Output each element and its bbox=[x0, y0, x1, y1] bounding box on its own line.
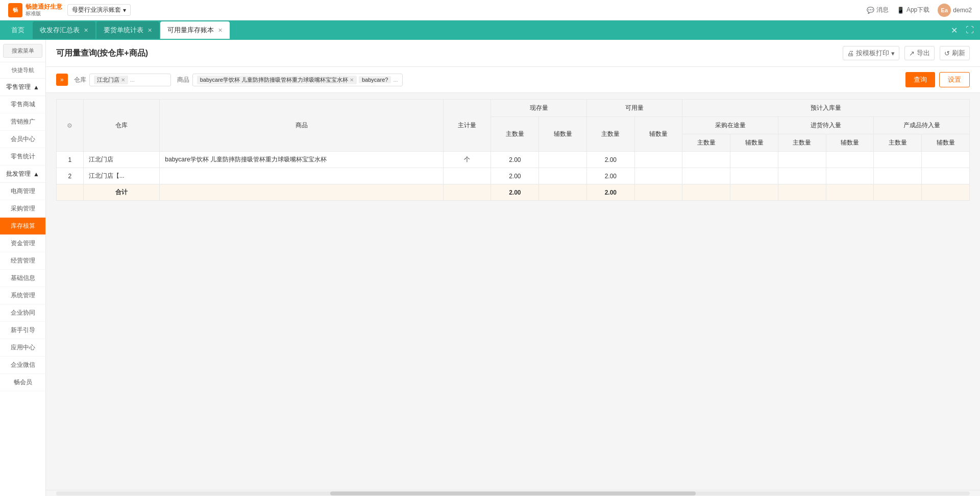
refresh-btn[interactable]: ↺ 刷新 bbox=[940, 46, 970, 60]
message-icon: 💬 bbox=[867, 7, 874, 14]
table-footer bbox=[46, 490, 980, 496]
sidebar-item-inventory[interactable]: 库存核算 bbox=[0, 218, 45, 235]
app-download-btn[interactable]: 📱 App下载 bbox=[897, 6, 929, 14]
settings-icon[interactable]: ⚙ bbox=[67, 122, 72, 129]
warehouse-more: ... bbox=[130, 77, 135, 83]
tab-order-stats[interactable]: 要货单统计表 ✕ bbox=[96, 21, 159, 39]
sidebar-item-retail-stats[interactable]: 零售统计 bbox=[0, 148, 45, 166]
filter-actions: 查询 设置 bbox=[905, 72, 970, 87]
fullscreen-icon[interactable]: ⛶ bbox=[964, 23, 976, 37]
tag-close-icon[interactable]: ✕ bbox=[350, 77, 354, 83]
sidebar-item-membership[interactable]: 畅会员 bbox=[0, 374, 45, 391]
filter-expand-btn[interactable]: » bbox=[56, 74, 68, 86]
th-avail-main: 主数量 bbox=[586, 117, 634, 152]
th-stock-aux: 辅数量 bbox=[539, 117, 587, 152]
th-product: 商品 bbox=[160, 100, 443, 152]
filter-bar: » 仓库 江北门店 ✕ ... 商品 babycare学饮杯 儿童防摔防撞吸管杯… bbox=[46, 67, 980, 93]
th-warehouse: 仓库 bbox=[83, 100, 160, 152]
sidebar-section-retail: 零售管理 ▲ 零售商城 营销推广 会员中心 零售统计 bbox=[0, 79, 45, 166]
tab-order-stats-label: 要货单统计表 bbox=[104, 26, 143, 35]
tab-available-stock[interactable]: 可用量库存账本 ✕ bbox=[160, 21, 230, 39]
total-stock-main: 2.00 bbox=[491, 184, 539, 201]
export-btn[interactable]: ↗ 导出 bbox=[904, 46, 935, 60]
horizontal-scrollbar[interactable] bbox=[56, 491, 970, 495]
th-finished-main: 主数量 bbox=[874, 134, 922, 152]
close-all-icon[interactable]: ✕ bbox=[949, 23, 960, 37]
sidebar-item-ecommerce[interactable]: 电商管理 bbox=[0, 183, 45, 200]
industry-selector[interactable]: 母婴行业演示账套 ▾ bbox=[67, 4, 131, 16]
sidebar-item-marketing[interactable]: 营销推广 bbox=[0, 113, 45, 131]
username: demo2 bbox=[953, 7, 972, 14]
product-tag-0: babycare学饮杯 儿童防摔防撞吸管杯重力球吸嘴杯宝宝水杯 ✕ bbox=[197, 76, 357, 84]
table-row: 1 江北门店 babycare学饮杯 儿童防摔防撞吸管杯重力球吸嘴杯宝宝水杯 个… bbox=[57, 152, 970, 168]
th-current-stock: 现存量 bbox=[491, 100, 586, 117]
th-purchase-aux: 辅数量 bbox=[730, 134, 778, 152]
message-btn[interactable]: 💬 消息 bbox=[867, 6, 889, 14]
sidebar-item-new-guide[interactable]: 新手引导 bbox=[0, 322, 45, 339]
data-table: ⚙ 仓库 商品 主计量 现存量 可用量 预计入库量 主数量 辅数量 主数量 辅数… bbox=[56, 99, 970, 201]
sidebar-section-header-wholesale[interactable]: 批发管理 ▲ bbox=[0, 166, 45, 183]
brand-sub: 标准版 bbox=[26, 11, 62, 17]
th-finished-goods: 产成品待入量 bbox=[874, 117, 970, 134]
page-title: 可用量查询(按仓库+商品) bbox=[56, 48, 148, 59]
sidebar-item-members[interactable]: 会员中心 bbox=[0, 131, 45, 148]
tab-available-stock-label: 可用量库存账本 bbox=[167, 26, 214, 35]
sidebar-item-operations[interactable]: 经营管理 bbox=[0, 252, 45, 270]
th-available: 可用量 bbox=[586, 100, 682, 117]
page-header: 可用量查询(按仓库+商品) 🖨 按模板打印 ▾ ↗ 导出 ↺ 刷新 bbox=[46, 40, 980, 67]
sidebar: 搜索菜单 快捷导航 零售管理 ▲ 零售商城 营销推广 会员中心 零售统计 批发管… bbox=[0, 40, 46, 496]
tab-home[interactable]: 首页 bbox=[4, 21, 32, 39]
total-row: 合计 2.00 2.00 bbox=[57, 184, 970, 201]
query-btn[interactable]: 查询 bbox=[905, 72, 935, 87]
content-area: 可用量查询(按仓库+商品) 🖨 按模板打印 ▾ ↗ 导出 ↺ 刷新 » bbox=[46, 40, 980, 496]
sidebar-item-wechat[interactable]: 企业微信 bbox=[0, 357, 45, 374]
print-btn[interactable]: 🖨 按模板打印 ▾ bbox=[843, 46, 899, 60]
logo-icon: 畅 bbox=[8, 3, 22, 17]
close-icon[interactable]: ✕ bbox=[218, 27, 223, 34]
product-tag-1: babycare? bbox=[359, 76, 391, 83]
nav-tabs: 首页 收发存汇总表 ✕ 要货单统计表 ✕ 可用量库存账本 ✕ ✕ ⛶ bbox=[0, 20, 980, 40]
sidebar-item-app-center[interactable]: 应用中心 bbox=[0, 339, 45, 357]
th-incoming-pending: 进货待入量 bbox=[778, 117, 873, 134]
th-purchase-transit: 采购在途量 bbox=[682, 117, 778, 134]
sidebar-item-system[interactable]: 系统管理 bbox=[0, 287, 45, 304]
total-avail-main: 2.00 bbox=[586, 184, 634, 201]
th-finished-aux: 辅数量 bbox=[922, 134, 970, 152]
setting-btn[interactable]: 设置 bbox=[939, 72, 970, 87]
quick-nav-btn[interactable]: 快捷导航 bbox=[0, 62, 45, 79]
page-actions: 🖨 按模板打印 ▾ ↗ 导出 ↺ 刷新 bbox=[843, 46, 970, 60]
total-label: 合计 bbox=[83, 184, 160, 201]
sidebar-item-purchase[interactable]: 采购管理 bbox=[0, 200, 45, 218]
th-main-unit: 主计量 bbox=[443, 100, 491, 152]
sidebar-item-retail-store[interactable]: 零售商城 bbox=[0, 96, 45, 113]
sidebar-item-collab[interactable]: 企业协同 bbox=[0, 304, 45, 322]
topbar-right: 💬 消息 📱 App下载 Ea demo2 bbox=[867, 4, 972, 17]
user-area[interactable]: Ea demo2 bbox=[938, 4, 972, 17]
sidebar-item-finance[interactable]: 资金管理 bbox=[0, 235, 45, 252]
tab-stock-summary[interactable]: 收发存汇总表 ✕ bbox=[33, 21, 95, 39]
tag-close-icon[interactable]: ✕ bbox=[121, 77, 125, 83]
warehouse-tags-input[interactable]: 江北门店 ✕ ... bbox=[89, 74, 171, 86]
search-menu-btn[interactable]: 搜索菜单 bbox=[3, 44, 42, 58]
close-icon[interactable]: ✕ bbox=[84, 27, 88, 34]
sidebar-search-area: 搜索菜单 bbox=[0, 40, 45, 62]
th-settings[interactable]: ⚙ bbox=[57, 100, 84, 152]
refresh-icon: ↺ bbox=[944, 50, 950, 57]
sidebar-item-basic-info[interactable]: 基础信息 bbox=[0, 270, 45, 287]
table-row: 2 江北门店【... 2.00 2.00 bbox=[57, 168, 970, 184]
th-incoming-main: 主数量 bbox=[778, 134, 826, 152]
close-icon[interactable]: ✕ bbox=[148, 27, 152, 34]
warehouse-tag-0: 江北门店 ✕ bbox=[94, 76, 128, 84]
product-filter: 商品 babycare学饮杯 儿童防摔防撞吸管杯重力球吸嘴杯宝宝水杯 ✕ bab… bbox=[177, 74, 403, 86]
tab-stock-summary-label: 收发存汇总表 bbox=[40, 26, 80, 35]
scrollbar-thumb bbox=[330, 491, 696, 495]
chevron-down-icon: ▾ bbox=[891, 50, 895, 57]
th-planned-inbound: 预计入库量 bbox=[682, 100, 970, 117]
th-incoming-aux: 辅数量 bbox=[826, 134, 874, 152]
nav-tabs-actions: ✕ ⛶ bbox=[949, 23, 976, 37]
main-layout: 搜索菜单 快捷导航 零售管理 ▲ 零售商城 营销推广 会员中心 零售统计 批发管… bbox=[0, 40, 980, 496]
product-tags-input[interactable]: babycare学饮杯 儿童防摔防撞吸管杯重力球吸嘴杯宝宝水杯 ✕ babyca… bbox=[192, 74, 403, 86]
export-icon: ↗ bbox=[909, 50, 915, 57]
th-avail-aux: 辅数量 bbox=[634, 117, 682, 152]
sidebar-section-header-retail[interactable]: 零售管理 ▲ bbox=[0, 79, 45, 96]
